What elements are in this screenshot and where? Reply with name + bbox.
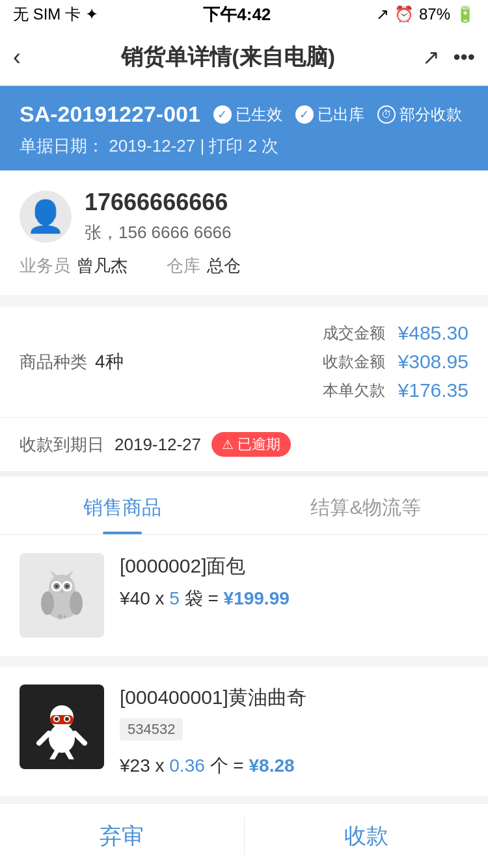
nav-actions: ↗︎ •••	[422, 45, 475, 70]
product-list: 鱼+ [0000002]面包 ¥40 x 5 袋 = ¥199.99	[0, 535, 488, 796]
product-name-1: [0000002]面包	[120, 553, 468, 580]
debt-label: 本单欠款	[323, 380, 385, 401]
svg-point-21	[49, 724, 75, 753]
tab-settlement-label: 结算&物流等	[310, 496, 421, 518]
product-thumb-1: 鱼+	[20, 553, 104, 638]
page-title: 销货单详情(来自电脑)	[34, 42, 422, 72]
due-section: 收款到期日 2019-12-27 ⚠ 已逾期	[0, 418, 488, 476]
receipt-amount-row: 收款金额 ¥308.95	[323, 351, 468, 373]
nav-bar: ‹ 销货单详情(来自电脑) ↗︎ •••	[0, 29, 488, 86]
status-bar: 无 SIM 卡 ✦ 下午4:42 ↗ ⏰ 87% 🔋	[0, 0, 488, 29]
svg-point-7	[66, 585, 68, 588]
bottom-bar: 弃审 收款	[0, 803, 488, 868]
customer-section: 👤 17666666666 张，156 6666 6666 业务员 曾凡杰 仓库…	[0, 170, 488, 296]
tab-sales-products[interactable]: 销售商品	[0, 476, 244, 534]
tabs-section: 销售商品 结算&物流等	[0, 476, 488, 535]
customer-details: 17666666666 张，156 6666 6666	[85, 189, 232, 244]
status-left: 无 SIM 卡 ✦	[13, 4, 98, 25]
order-id-row: SA-20191227-001 ✓ 已生效 ✓ 已出库 ⏱ 部分收款	[20, 102, 468, 127]
avatar: 👤	[20, 191, 72, 243]
more-icon[interactable]: •••	[453, 45, 475, 69]
customer-meta: 业务员 曾凡杰 仓库 总仓	[20, 254, 468, 277]
quantity-1: 5	[169, 588, 180, 608]
order-banner: SA-20191227-001 ✓ 已生效 ✓ 已出库 ⏱ 部分收款 单据日期：…	[0, 86, 488, 170]
date-value: 2019-12-27	[109, 136, 195, 156]
due-label: 收款到期日	[20, 433, 104, 456]
battery-icon: 🔋	[455, 5, 475, 23]
due-date-value: 2019-12-27	[115, 435, 201, 455]
status-shipped-label: 已出库	[318, 104, 364, 125]
order-id: SA-20191227-001	[20, 102, 200, 127]
price-total-1: ¥199.99	[224, 588, 290, 608]
sales-label: 业务员	[20, 254, 70, 277]
svg-point-10	[70, 591, 83, 615]
owl-icon: 鱼+	[36, 569, 88, 621]
tab-settlement[interactable]: 结算&物流等	[244, 476, 488, 534]
type-count: 4种	[95, 349, 124, 374]
status-partial-label: 部分收款	[400, 104, 462, 125]
product-info-2: [000400001]黄油曲奇 534532 ¥23 x 0.36 个 = ¥8…	[120, 685, 468, 778]
product-name-2: [000400001]黄油曲奇	[120, 685, 468, 711]
product-tag-2: 534532	[120, 718, 183, 740]
quantity-2: 0.36	[169, 755, 205, 776]
type-label: 商品种类	[20, 351, 87, 373]
battery-status: 87%	[419, 5, 450, 23]
deal-amount: ¥485.30	[398, 322, 468, 344]
order-date: 单据日期： 2019-12-27 | 打印 2 次	[20, 135, 468, 157]
sales-item: 业务员 曾凡杰	[20, 254, 128, 277]
check-icon-2: ✓	[295, 105, 314, 124]
summary-left: 商品种类 4种	[20, 322, 124, 401]
status-shipped: ✓ 已出库	[295, 104, 364, 125]
product-item-2: [000400001]黄油曲奇 534532 ¥23 x 0.36 个 = ¥8…	[0, 666, 488, 796]
product-info-1: [0000002]面包 ¥40 x 5 袋 = ¥199.99	[120, 553, 468, 611]
price-x-1: x	[156, 588, 170, 608]
product-price-1: ¥40 x 5 袋 = ¥199.99	[120, 586, 468, 611]
cancel-button[interactable]: 弃审	[0, 804, 244, 868]
price-x-2: x	[156, 755, 170, 776]
deal-label: 成交金额	[323, 323, 385, 344]
print-info: | 打印 2 次	[200, 136, 278, 156]
debt-amount: ¥176.35	[398, 379, 468, 401]
warehouse-label: 仓库	[167, 254, 200, 277]
overdue-text: 已逾期	[237, 435, 280, 454]
price-base-2: ¥23	[120, 755, 150, 776]
location-icon: ↗	[376, 5, 389, 23]
svg-point-20	[65, 717, 69, 721]
receipt-label: 收款金额	[323, 351, 385, 372]
status-right: ↗ ⏰ 87% 🔋	[376, 5, 475, 23]
price-base-1: ¥40	[120, 588, 150, 608]
svg-point-9	[41, 591, 54, 615]
svg-text:鱼+: 鱼+	[57, 614, 66, 620]
avatar-icon: 👤	[26, 198, 65, 235]
sim-status: 无 SIM 卡 ✦	[13, 4, 98, 25]
status-time: 下午4:42	[203, 3, 271, 26]
summary-right: 成交金额 ¥485.30 收款金额 ¥308.95 本单欠款 ¥176.35	[323, 322, 468, 401]
tab-sales-label: 销售商品	[83, 496, 161, 518]
alarm-icon: ⏰	[394, 5, 414, 23]
share-icon[interactable]: ↗︎	[422, 45, 440, 70]
overdue-badge: ⚠ 已逾期	[211, 432, 291, 457]
status-partial: ⏱ 部分收款	[377, 104, 462, 125]
unit-2: 个	[210, 755, 228, 776]
customer-row: 👤 17666666666 张，156 6666 6666	[20, 189, 468, 244]
price-eq-1: =	[208, 588, 223, 608]
confirm-button[interactable]: 收款	[245, 804, 489, 868]
sales-value: 曾凡杰	[77, 254, 128, 277]
svg-point-19	[55, 717, 59, 721]
warehouse-value: 总仓	[207, 254, 241, 277]
price-eq-2: =	[233, 755, 249, 776]
product-item-1: 鱼+ [0000002]面包 ¥40 x 5 袋 = ¥199.99	[0, 535, 488, 656]
product-thumb-2	[20, 685, 104, 769]
check-icon-1: ✓	[213, 105, 232, 124]
receipt-amount: ¥308.95	[398, 351, 468, 373]
debt-amount-row: 本单欠款 ¥176.35	[323, 379, 468, 401]
cookie-brand-icon	[29, 694, 94, 759]
back-button[interactable]: ‹	[13, 37, 34, 77]
status-effective: ✓ 已生效	[213, 104, 282, 125]
customer-phone: 17666666666	[85, 189, 232, 216]
svg-point-6	[55, 585, 58, 588]
unit-1: 袋	[185, 588, 203, 608]
summary-section: 商品种类 4种 成交金额 ¥485.30 收款金额 ¥308.95 本单欠款 ¥…	[0, 306, 488, 418]
status-effective-label: 已生效	[236, 104, 282, 125]
overdue-icon: ⚠	[222, 437, 234, 452]
